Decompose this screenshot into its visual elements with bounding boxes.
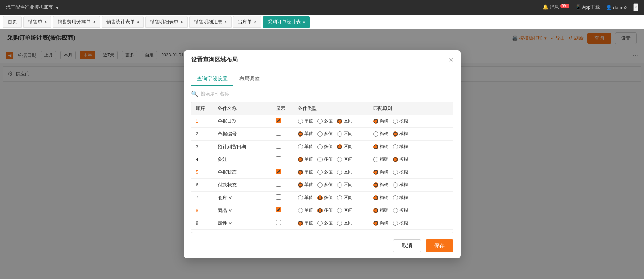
row-display-9[interactable] [276,220,298,226]
tab-sales-summary-close[interactable]: × [225,20,227,24]
tab-sales-detail[interactable]: 销售明细表单 × [145,16,187,28]
row-type-9: 单值 多值 区间 [298,220,373,226]
table-row: 6 付款状态 单值 多值 区间 精确 模糊 [191,179,453,192]
row-order-3: 3 [196,144,218,149]
row-display-7[interactable] [276,194,298,201]
row-display-5[interactable] [276,169,298,175]
row-display-2[interactable] [276,131,298,137]
row-match-3: 精确 模糊 [373,144,449,150]
top-nav-right: 🔔 消息 99+ 📱 App下载 👤 demo2 × [542,3,638,11]
tab-outbound[interactable]: 出库单 × [233,16,261,28]
row-name-3: 预计到货日期 [218,144,276,150]
app-name-label: 汽车配件行业模拟账套 [6,4,53,11]
row-match-1: 精确 模糊 [373,118,449,124]
modal-overlay: 设置查询区域布局 × 查询字段设置 布局调整 🔍 顺序 条件名称 [0,29,644,279]
tab-outbound-close[interactable]: × [254,20,256,24]
tab-purchase-stats[interactable]: 采购订单统计表 × [263,16,310,28]
tab-sales-expense-label: 销售费用分摊单 [58,19,91,25]
table-row: 8 商品 ∨ 单值 多值 区间 精确 模糊 [191,204,453,217]
modal-tab-layout[interactable]: 布局调整 [233,73,265,86]
row-type-3: 单值 多值 区间 [298,144,373,150]
tab-sales-expense-close[interactable]: × [93,20,95,24]
tab-sales-stats-close[interactable]: × [137,20,139,24]
row-match-4: 精确 模糊 [373,156,449,162]
app-name-area: 汽车配件行业模拟账套 ▾ [6,4,59,11]
tab-sales-expense[interactable]: 销售费用分摊单 × [53,16,100,28]
tab-sales-detail-label: 销售明细表单 [150,19,178,25]
top-close-button[interactable]: × [633,3,638,11]
row-order-5: 5 [196,169,218,175]
row-type-8: 单值 多值 区间 [298,207,373,213]
tab-sales-stats[interactable]: 销售统计表单 × [102,16,144,28]
tab-home-label: 首页 [8,19,17,25]
modal-tabs: 查询字段设置 布局调整 [184,68,461,86]
row-order-1: 1 [196,118,218,124]
table-row: 3 预计到货日期 单值 多值 区间 精确 模糊 [191,141,453,153]
modal-table-header: 顺序 条件名称 显示 条件类型 匹配原则 [191,102,453,115]
row-match-7: 精确 模糊 [373,194,449,201]
user-avatar[interactable]: 👤 demo2 [606,5,627,10]
row-order-8: 8 [196,208,218,213]
row-type-1: 单值 多值 区间 [298,118,373,124]
modal-header: 设置查询区域布局 × [184,50,461,68]
row-type-5: 单值 多值 区间 [298,169,373,175]
row-display-8[interactable] [276,207,298,213]
tab-purchase-stats-close[interactable]: × [303,20,305,24]
tab-home[interactable]: 首页 [3,16,22,28]
top-navbar: 汽车配件行业模拟账套 ▾ 🔔 消息 99+ 📱 App下载 👤 demo2 × [0,0,644,15]
row-match-2: 精确 模糊 [373,131,449,137]
col-order-header: 顺序 [196,105,218,112]
tab-outbound-label: 出库单 [238,19,252,25]
row-match-5: 精确 模糊 [373,169,449,175]
condition-search-input[interactable] [201,91,259,97]
row-name-1: 单据日期 [218,118,276,125]
row-name-7: 仓库 ∨ [218,194,276,201]
tab-sales-order[interactable]: 销售单 × [23,16,51,28]
row-type-4: 单值 多值 区间 [298,156,373,162]
user-name: demo2 [613,5,628,10]
notification-badge: 99+ [560,4,569,8]
row-name-4: 备注 [218,156,276,163]
row-display-1[interactable] [276,118,298,124]
tab-sales-summary[interactable]: 销售明细汇总 × [189,16,232,28]
table-row: 1 单据日期 单值 多值 区间 精确 模糊 [191,115,453,128]
save-button[interactable]: 保存 [426,239,453,252]
notification-btn[interactable]: 🔔 消息 99+ [542,4,569,11]
tab-sales-summary-label: 销售明细汇总 [194,19,222,25]
modal-tab-query-fields[interactable]: 查询字段设置 [191,73,233,86]
modal-footer: 取消 保存 [184,233,461,258]
settings-modal: 设置查询区域布局 × 查询字段设置 布局调整 🔍 顺序 条件名称 [184,50,461,258]
modal-close-button[interactable]: × [449,56,453,63]
modal-table: 顺序 条件名称 显示 条件类型 匹配原则 1 单据日期 单值 多值 区间 [191,102,453,233]
row-order-2: 2 [196,131,218,137]
row-match-6: 精确 模糊 [373,182,449,188]
row-match-8: 精确 模糊 [373,207,449,213]
row-order-4: 4 [196,157,218,162]
row-display-4[interactable] [276,156,298,162]
table-row: 5 单据状态 单值 多值 区间 精确 模糊 [191,166,453,179]
col-name-header: 条件名称 [218,105,276,112]
modal-title: 设置查询区域布局 [191,56,238,64]
download-label: App下载 [582,4,600,10]
tab-sales-detail-close[interactable]: × [181,20,183,24]
row-display-3[interactable] [276,144,298,150]
row-display-6[interactable] [276,182,298,188]
row-type-2: 单值 多值 区间 [298,131,373,137]
search-icon: 🔍 [191,90,198,97]
col-display-header: 显示 [276,105,298,112]
tab-sales-order-close[interactable]: × [44,20,47,24]
tab-purchase-stats-label: 采购订单统计表 [268,19,301,25]
row-name-9: 属性 ∨ [218,220,276,227]
col-match-header: 匹配原则 [373,105,449,112]
table-row: 10 有无商品图片 单值 多值 区间 精确 模糊 [191,230,453,233]
table-row: 2 单据编号 单值 多值 区间 精确 模糊 [191,128,453,141]
table-row: 7 仓库 ∨ 单值 多值 区间 精确 模糊 [191,192,453,204]
table-row: 9 属性 ∨ 单值 多值 区间 精确 模糊 [191,217,453,230]
main-content: 采购订单统计表(按供应商) 🖨️ 按模板打印 ▾ ✓ 导出 ↺ 刷新 查询 设置… [0,29,644,279]
row-name-6: 付款状态 [218,182,276,188]
cancel-button[interactable]: 取消 [393,239,421,252]
dropdown-icon: ▾ [56,5,59,10]
row-name-5: 单据状态 [218,169,276,176]
table-row: 4 备注 单值 多值 区间 精确 模糊 [191,153,453,166]
download-btn[interactable]: 📱 App下载 [575,4,600,11]
